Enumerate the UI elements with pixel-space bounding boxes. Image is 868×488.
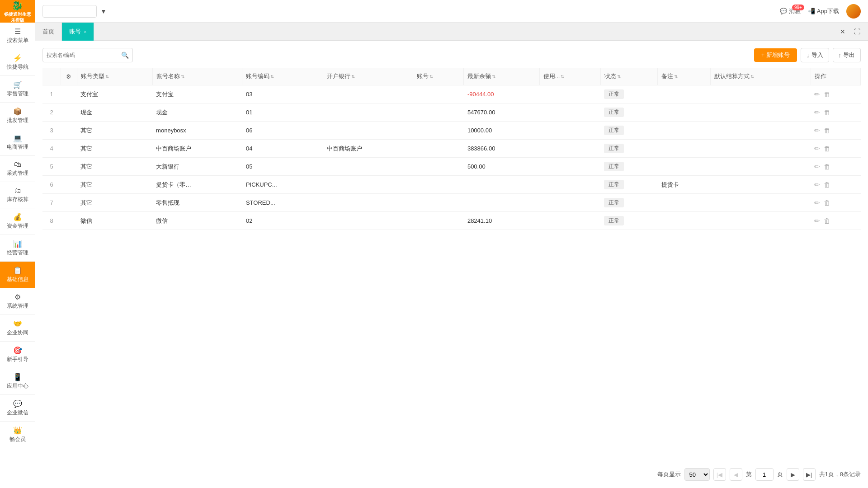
th-account-name[interactable]: 账号名称⇅ (152, 68, 242, 85)
sidebar-item-purchase-mgmt[interactable]: 🛍 采购管理 (0, 156, 35, 182)
settings-icon[interactable]: ⚙ (66, 73, 71, 80)
page-unit: 页 (777, 470, 783, 479)
dropdown-arrow-icon[interactable]: ▼ (100, 8, 107, 15)
edit-icon[interactable]: ✏ (814, 108, 820, 117)
sidebar: 🐉 畅捷通时生意乐橙版 ☰ 搜索菜单 ⚡ 快捷导航 🛒 零售管理 📦 批发管理 … (0, 0, 35, 488)
cell-status: 正常 (600, 194, 658, 212)
th-account-code[interactable]: 账号编码⇅ (242, 68, 323, 85)
th-status[interactable]: 状态⇅ (600, 68, 658, 85)
delete-icon[interactable]: 🗑 (824, 163, 830, 170)
sidebar-item-inventory[interactable]: 🗂 库存核算 (0, 182, 35, 208)
next-page-button[interactable]: ▶ (787, 468, 799, 481)
sidebar-item-fund-mgmt[interactable]: 💰 资金管理 (0, 208, 35, 235)
edit-icon[interactable]: ✏ (814, 181, 820, 189)
edit-icon[interactable]: ✏ (814, 163, 820, 171)
cell-account (413, 194, 464, 212)
search-input[interactable] (47, 52, 121, 58)
cell-code: PICKUPC... (242, 176, 323, 194)
edit-icon[interactable]: ✏ (814, 199, 820, 207)
sidebar-item-new-guide[interactable]: 🎯 新手引导 (0, 342, 35, 368)
sidebar-item-system-mgmt[interactable]: ⚙ 系统管理 (0, 288, 35, 315)
sidebar-item-quick-nav[interactable]: ⚡ 快捷导航 (0, 49, 35, 76)
th-settings[interactable]: ⚙ (61, 68, 77, 85)
import-button[interactable]: ↓ 导入 (801, 48, 829, 62)
user-avatar[interactable] (846, 4, 861, 19)
export-icon: ↑ (839, 52, 842, 59)
delete-icon[interactable]: 🗑 (824, 127, 830, 134)
last-page-button[interactable]: ▶| (803, 468, 816, 481)
cell-default-settlement (710, 176, 811, 194)
sidebar-item-label: 电商管理 (7, 143, 28, 151)
cell-balance: 28241.10 (464, 212, 539, 230)
import-label: 导入 (811, 51, 823, 59)
delete-icon[interactable]: 🗑 (824, 145, 830, 152)
sidebar-item-vip-member[interactable]: 👑 畅会员 (0, 422, 35, 448)
export-button[interactable]: ↑ 导出 (833, 48, 861, 62)
accounts-table: ⚙ 账号类型⇅ 账号名称⇅ 账号编码⇅ 开户银行⇅ 账号⇅ 最新余额⇅ 使用..… (42, 68, 861, 230)
th-account[interactable]: 账号⇅ (413, 68, 464, 85)
table-row: 5 其它 大新银行 05 500.00 正常 ✏ 🗑 (42, 158, 861, 176)
search-icon[interactable]: 🔍 (121, 52, 129, 59)
page-number-input[interactable] (755, 468, 774, 481)
prev-page-button[interactable]: ◀ (730, 468, 742, 481)
sidebar-item-ops-mgmt[interactable]: 📊 经营管理 (0, 235, 35, 262)
sidebar-item-basic-info[interactable]: 📋 基础信息 (0, 262, 35, 288)
status-badge: 正常 (604, 144, 624, 153)
quick-nav-icon: ⚡ (13, 54, 22, 62)
sidebar-item-enterprise-agreement[interactable]: 🤝 企业协同 (0, 315, 35, 342)
sidebar-item-label: 系统管理 (7, 302, 28, 310)
sidebar-item-retail-mgmt[interactable]: 🛒 零售管理 (0, 76, 35, 103)
table-header-row: ⚙ 账号类型⇅ 账号名称⇅ 账号编码⇅ 开户银行⇅ 账号⇅ 最新余额⇅ 使用..… (42, 68, 861, 85)
cell-settings (61, 140, 77, 158)
cell-status: 正常 (600, 158, 658, 176)
edit-icon[interactable]: ✏ (814, 145, 820, 153)
main-area: ▼ 💬 消息 99+ 📲 App下载 首页 账号 × ✕ ⛶ (35, 0, 868, 488)
delete-icon[interactable]: 🗑 (824, 90, 830, 98)
sidebar-item-enterprise-wechat[interactable]: 💬 企业微信 (0, 395, 35, 422)
search-box: 🔍 (42, 48, 133, 62)
tab-account[interactable]: 账号 × (62, 23, 94, 41)
edit-icon[interactable]: ✏ (814, 90, 820, 99)
tabs-action-close-btn[interactable]: ✕ (837, 26, 848, 37)
page-size-select[interactable]: 50 100 (684, 468, 710, 481)
cell-balance: 10000.00 (464, 122, 539, 140)
ops-icon: 📊 (13, 239, 22, 248)
app-download-button[interactable]: 📲 App下载 (808, 7, 839, 15)
first-page-button[interactable]: |◀ (713, 468, 726, 481)
sidebar-item-search-menu[interactable]: ☰ 搜索菜单 (0, 23, 35, 49)
edit-icon[interactable]: ✏ (814, 217, 820, 225)
tab-home[interactable]: 首页 (35, 23, 62, 41)
cell-usage (539, 212, 600, 230)
top-search-input[interactable] (42, 5, 97, 18)
delete-icon[interactable]: 🗑 (824, 199, 830, 206)
delete-icon[interactable]: 🗑 (824, 217, 830, 225)
cell-num: 1 (42, 85, 61, 103)
import-icon: ↓ (807, 52, 810, 59)
th-bank[interactable]: 开户银行⇅ (323, 68, 413, 85)
sidebar-item-label: 基础信息 (7, 276, 28, 283)
tabs-action-expand-btn[interactable]: ⛶ (852, 26, 863, 37)
cell-remark: 提货卡 (658, 176, 710, 194)
th-default-settlement[interactable]: 默认结算方式⇅ (710, 68, 811, 85)
th-account-type[interactable]: 账号类型⇅ (77, 68, 152, 85)
cell-code: 03 (242, 85, 323, 103)
delete-icon[interactable]: 🗑 (824, 108, 830, 116)
edit-icon[interactable]: ✏ (814, 127, 820, 135)
status-badge: 正常 (604, 216, 624, 225)
sidebar-item-ecommerce-mgmt[interactable]: 💻 电商管理 (0, 129, 35, 156)
sidebar-item-wholesale-mgmt[interactable]: 📦 批发管理 (0, 103, 35, 129)
cell-settings (61, 103, 77, 122)
th-remark[interactable]: 备注⇅ (658, 68, 710, 85)
cell-actions: ✏ 🗑 (811, 103, 860, 122)
retail-icon: 🛒 (13, 80, 22, 89)
toolbar-right: + 新增账号 ↓ 导入 ↑ 导出 (754, 48, 861, 62)
page-size-label: 每页显示 (657, 470, 681, 479)
cell-status: 正常 (600, 176, 658, 194)
delete-icon[interactable]: 🗑 (824, 181, 830, 188)
add-account-button[interactable]: + 新增账号 (754, 48, 797, 62)
sidebar-item-app-center[interactable]: 📱 应用中心 (0, 368, 35, 395)
th-balance[interactable]: 最新余额⇅ (464, 68, 539, 85)
message-button[interactable]: 💬 消息 99+ (780, 7, 801, 15)
th-usage[interactable]: 使用...⇅ (539, 68, 600, 85)
tab-close-icon[interactable]: × (84, 29, 86, 34)
